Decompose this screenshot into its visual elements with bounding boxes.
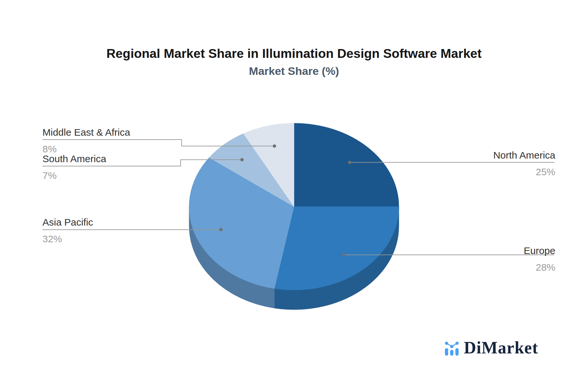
slice-pct-europe: 28% <box>536 262 555 273</box>
slice-pct-south-america: 7% <box>42 170 57 181</box>
chart-canvas: Regional Market Share in Illumination De… <box>0 0 588 391</box>
pie-slice-europe[interactable] <box>274 207 399 290</box>
slice-pct-asia-pacific: 32% <box>42 233 62 245</box>
slice-label-asia-pacific: Asia Pacific <box>42 217 93 228</box>
leader-dot <box>348 161 351 164</box>
slice-label-south-america: South America <box>42 153 106 164</box>
slice-pct-north-america: 25% <box>536 166 555 178</box>
leader-dot <box>240 158 244 162</box>
leader-dot <box>273 144 276 148</box>
brand-name: DiMarket <box>464 339 538 356</box>
slice-pct-middle-east-africa: 8% <box>42 144 57 155</box>
slice-label-europe: Europe <box>524 245 555 256</box>
bar-line-chart-icon <box>444 341 460 356</box>
pie-slice-north-america[interactable] <box>294 123 399 207</box>
pie-chart[interactable] <box>0 0 588 391</box>
slice-label-middle-east-africa: Middle East & Africa <box>42 127 130 138</box>
leader-dot <box>343 253 346 256</box>
leader-dot <box>219 228 222 231</box>
slice-label-north-america: North America <box>493 150 555 161</box>
brand-logo: DiMarket <box>444 339 538 356</box>
